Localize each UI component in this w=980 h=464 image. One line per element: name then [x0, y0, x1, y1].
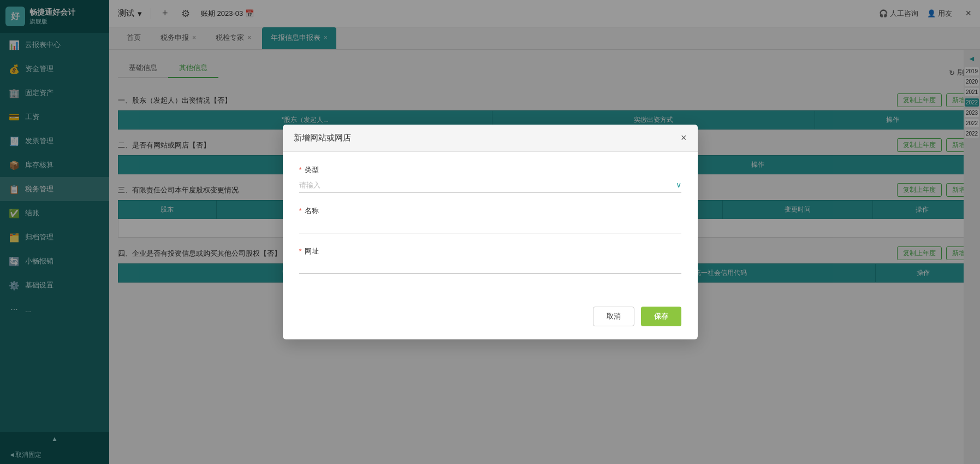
field-label-url: 网址 [305, 247, 319, 255]
modal-body: * 类型 ∨ * 名称 [283, 152, 698, 300]
url-input[interactable] [299, 262, 681, 270]
required-asterisk-name: * [299, 207, 302, 215]
name-input[interactable] [299, 221, 681, 230]
modal-header: 新增网站或网店 × [283, 125, 698, 152]
form-row-type: * 类型 ∨ [299, 165, 681, 193]
field-label-name: 名称 [305, 207, 319, 215]
form-row-url: * 网址 [299, 246, 681, 274]
save-button[interactable]: 保存 [641, 307, 681, 326]
type-input[interactable] [299, 181, 676, 189]
form-control-url [299, 259, 681, 274]
modal-add-website: 新增网站或网店 × * 类型 ∨ * 名称 [283, 125, 698, 339]
modal-overlay[interactable]: 新增网站或网店 × * 类型 ∨ * 名称 [0, 0, 980, 464]
required-asterisk-url: * [299, 247, 302, 255]
modal-title: 新增网站或网店 [294, 133, 351, 143]
modal-close-button[interactable]: × [681, 132, 687, 144]
cancel-button[interactable]: 取消 [593, 307, 634, 326]
type-dropdown-icon[interactable]: ∨ [676, 180, 681, 189]
required-asterisk-type: * [299, 166, 302, 174]
form-control-name [299, 218, 681, 233]
form-row-name: * 名称 [299, 206, 681, 233]
modal-footer: 取消 保存 [283, 300, 698, 339]
form-control-type: ∨ [299, 177, 681, 193]
field-label-type: 类型 [305, 166, 319, 174]
